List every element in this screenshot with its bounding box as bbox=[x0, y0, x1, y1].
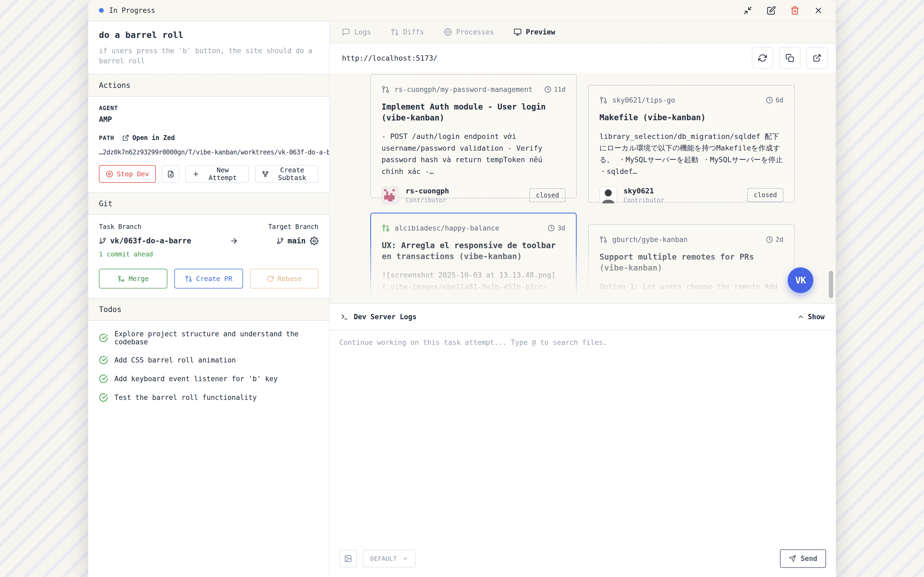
check-circle-icon bbox=[99, 334, 108, 342]
pr-card-selected[interactable]: alcibiadesc/happy-balance 3d UX: Arregla… bbox=[370, 213, 577, 303]
target-branch-label: Target Branch bbox=[268, 223, 318, 230]
stop-circle-icon bbox=[106, 171, 113, 177]
status-badge: closed bbox=[529, 188, 565, 202]
author-name: rs-cuongph bbox=[405, 187, 449, 195]
todo-item: Add CSS barrel roll animation bbox=[99, 356, 318, 364]
clock-icon bbox=[548, 225, 555, 232]
external-link-icon bbox=[813, 54, 821, 62]
task-sidebar: do a barrel roll if users press the 'b' … bbox=[88, 21, 330, 577]
merge-button[interactable]: Merge bbox=[99, 269, 167, 288]
repo-name: sky0621/tips-go bbox=[612, 96, 675, 104]
preview-url-bar: http://localhost:5173/ bbox=[330, 43, 836, 73]
dialog-header-actions bbox=[740, 2, 827, 19]
send-icon bbox=[789, 555, 796, 562]
dev-logs-button[interactable] bbox=[162, 165, 179, 183]
todo-item: Test the barrel roll functionality bbox=[99, 393, 318, 402]
author-name: sky0621 bbox=[624, 187, 664, 195]
author-role: Contributor bbox=[624, 197, 664, 203]
open-in-zed-link[interactable]: Open in Zed bbox=[122, 134, 175, 142]
attempt-panel: Logs Diffs Processes Preview http://loca… bbox=[330, 21, 836, 577]
tab-diffs[interactable]: Diffs bbox=[391, 28, 424, 36]
card-body: Option 1: Let users choose the remote Ad… bbox=[599, 281, 783, 303]
status-label: In Progress bbox=[109, 6, 155, 15]
open-external-button[interactable] bbox=[806, 47, 828, 69]
repo-name: gburch/gybe-kanban bbox=[612, 235, 688, 243]
pull-request-icon bbox=[382, 224, 390, 232]
close-dialog-button[interactable] bbox=[810, 2, 827, 19]
actions-section-header: Actions bbox=[88, 74, 329, 97]
refresh-preview-button[interactable] bbox=[752, 47, 773, 69]
followup-composer: DEFAULT Send bbox=[330, 330, 836, 577]
avatar bbox=[381, 187, 399, 204]
logs-icon bbox=[167, 171, 174, 177]
create-pr-button[interactable]: Create PR bbox=[174, 269, 243, 288]
task-dialog: In Progress do a barrel roll if users pr… bbox=[88, 0, 836, 577]
todos-section-header: Todos bbox=[88, 298, 329, 321]
terminal-icon bbox=[341, 313, 348, 321]
pull-request-icon bbox=[599, 235, 607, 243]
preview-url[interactable]: http://localhost:5173/ bbox=[342, 54, 438, 62]
stop-dev-button[interactable]: Stop Dev bbox=[99, 165, 156, 183]
gear-icon bbox=[310, 237, 318, 245]
pull-request-icon bbox=[391, 28, 399, 36]
target-branch-settings-button[interactable] bbox=[310, 237, 318, 245]
check-circle-icon bbox=[99, 374, 108, 383]
plus-icon bbox=[192, 171, 199, 177]
followup-input[interactable] bbox=[339, 337, 826, 545]
create-subtask-button[interactable]: Create Subtask bbox=[255, 165, 318, 183]
pr-card[interactable]: gburch/gybe-kanban 2d Support multiple r… bbox=[588, 224, 795, 303]
tab-logs[interactable]: Logs bbox=[342, 28, 371, 36]
minimize-button[interactable] bbox=[740, 2, 756, 19]
chevron-up-icon bbox=[797, 313, 804, 321]
refresh-icon bbox=[758, 54, 767, 62]
show-logs-button[interactable]: Show bbox=[797, 313, 825, 321]
dialog-header: In Progress bbox=[88, 0, 836, 21]
subtask-fork-icon bbox=[262, 171, 269, 177]
age-label: 3d bbox=[548, 224, 565, 232]
preview-scrollbar[interactable] bbox=[829, 271, 833, 298]
page-background: { "window": { "status": "In Progress" },… bbox=[0, 0, 924, 577]
card-body: ![screenshot 2025-10-03 at 13.13.48.png]… bbox=[382, 269, 565, 303]
pr-card[interactable]: rs-cuongph/my-password-management 11d Im… bbox=[370, 74, 577, 198]
attach-image-button[interactable] bbox=[339, 550, 357, 567]
monitor-icon bbox=[514, 28, 522, 36]
tab-processes[interactable]: Processes bbox=[444, 28, 494, 36]
card-body: library_selection/db_migration/sqldef 配下… bbox=[599, 131, 783, 177]
copy-url-button[interactable] bbox=[779, 47, 800, 69]
copy-icon bbox=[785, 54, 794, 62]
worktree-path: …2dz0k7n62z93299r0000gn/T/vibe-kanban/wo… bbox=[99, 148, 318, 156]
git-section-header: Git bbox=[88, 192, 329, 215]
send-button[interactable]: Send bbox=[780, 549, 826, 568]
author-role: Contributor bbox=[405, 197, 449, 203]
agent-value: AMP bbox=[99, 115, 318, 123]
card-title: Support multiple remotes for PRs (vibe-k… bbox=[599, 251, 783, 273]
clock-icon bbox=[766, 97, 773, 104]
task-description: if users press the 'b' button, the site … bbox=[99, 46, 318, 66]
dev-server-logs-label: Dev Server Logs bbox=[341, 313, 417, 321]
delete-task-button[interactable] bbox=[787, 2, 803, 19]
tab-preview[interactable]: Preview bbox=[514, 28, 555, 36]
pull-request-icon bbox=[185, 275, 192, 282]
pull-request-icon bbox=[599, 96, 607, 104]
todo-item: Explore project structure and understand… bbox=[99, 330, 318, 346]
arrow-right-icon bbox=[229, 237, 238, 245]
vibe-kanban-badge[interactable]: VK bbox=[788, 268, 813, 293]
pull-request-icon bbox=[381, 85, 389, 93]
edit-task-button[interactable] bbox=[763, 2, 780, 19]
card-body: - POST /auth/login endpoint với username… bbox=[381, 131, 565, 177]
new-attempt-button[interactable]: New Attempt bbox=[185, 165, 249, 183]
rebase-button[interactable]: Rebase bbox=[250, 269, 318, 288]
agent-label: AGENT bbox=[99, 105, 318, 111]
task-title-block: do a barrel roll if users press the 'b' … bbox=[88, 21, 329, 74]
check-circle-icon bbox=[99, 356, 108, 364]
model-select[interactable]: DEFAULT bbox=[363, 550, 416, 567]
task-branch-label: Task Branch bbox=[99, 223, 141, 230]
message-icon bbox=[342, 28, 350, 36]
gear-icon bbox=[444, 28, 452, 36]
task-status: In Progress bbox=[99, 6, 155, 15]
clock-icon bbox=[544, 86, 551, 93]
dev-server-logs-bar: Dev Server Logs Show bbox=[330, 303, 836, 330]
card-title: Implement Auth module - User login (vibe… bbox=[381, 102, 565, 123]
git-branch-icon bbox=[99, 237, 107, 245]
pr-card[interactable]: sky0621/tips-go 6d Makefile (vibe-kanban… bbox=[588, 85, 795, 203]
